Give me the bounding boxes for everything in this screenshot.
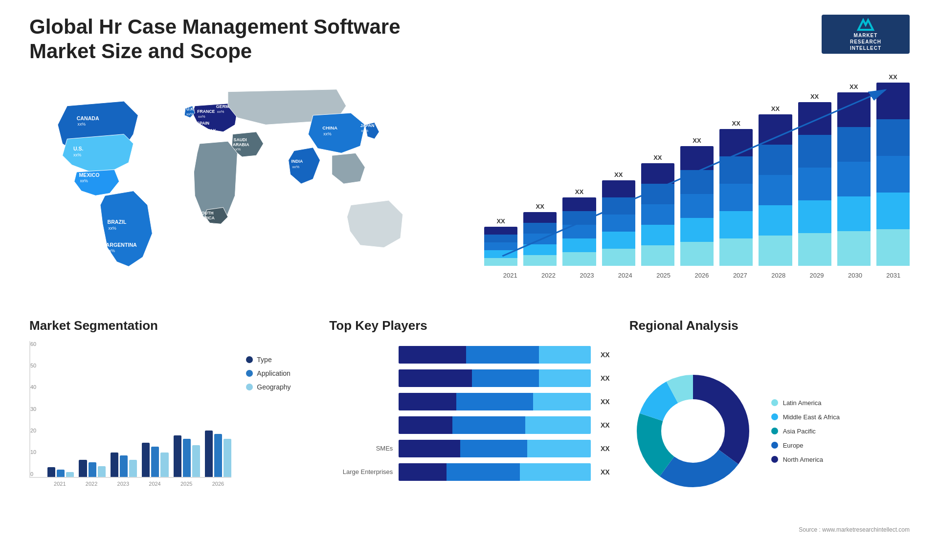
bar-seg2-2023 bbox=[562, 211, 596, 225]
svg-text:INDIA: INDIA bbox=[291, 158, 303, 163]
regional-legend-europe: Europe bbox=[771, 442, 840, 449]
player-bar-1 bbox=[399, 346, 591, 364]
player-bar-seg3-4 bbox=[525, 416, 590, 434]
legend-label-type: Type bbox=[257, 356, 271, 364]
seg-bar-group-2023 bbox=[111, 452, 137, 477]
svg-text:CANADA: CANADA bbox=[77, 115, 99, 121]
regional-title: Regional Analysis bbox=[629, 318, 910, 333]
player-bar-seg1-4 bbox=[399, 416, 452, 434]
legend-label-geography: Geography bbox=[257, 383, 291, 391]
bar-seg5-2029 bbox=[798, 233, 831, 266]
logo-icon bbox=[856, 18, 875, 32]
bar-group-2024: XX bbox=[602, 171, 635, 266]
bar-seg4-2021 bbox=[484, 250, 517, 258]
seg-bar-type-2023 bbox=[111, 452, 118, 477]
bar-year-2027: 2027 bbox=[724, 269, 756, 279]
svg-text:JAPAN: JAPAN bbox=[360, 123, 375, 128]
bar-seg4-2030 bbox=[837, 196, 871, 231]
bar-seg1-2026 bbox=[680, 146, 714, 170]
player-bar-seg3-1 bbox=[539, 346, 591, 364]
legend-dot-geography bbox=[246, 384, 253, 390]
page-container: Global Hr Case Management Software Marke… bbox=[0, 0, 939, 560]
world-map-svg: CANADA xx% U.S. xx% MEXICO xx% BRAZIL xx… bbox=[29, 74, 455, 299]
seg-bar-app-2026 bbox=[214, 434, 222, 477]
bar-stack-2021 bbox=[484, 227, 517, 266]
legend-dot-latin bbox=[771, 399, 778, 406]
bar-seg3-2023 bbox=[562, 225, 596, 238]
svg-text:SOUTH: SOUTH bbox=[199, 211, 213, 215]
player-value-1: XX bbox=[601, 351, 610, 359]
page-title: Global Hr Case Management Software Marke… bbox=[29, 15, 470, 64]
svg-text:U.S.: U.S. bbox=[73, 146, 84, 151]
player-bar-seg3-large bbox=[520, 463, 591, 481]
bar-seg3-2026 bbox=[680, 194, 714, 218]
bar-seg4-2024 bbox=[602, 232, 635, 249]
svg-text:ARABIA: ARABIA bbox=[233, 142, 250, 147]
seg-bar-app-2023 bbox=[120, 455, 128, 477]
seg-bar-app-2025 bbox=[183, 439, 191, 477]
bar-seg2-2028 bbox=[759, 145, 792, 175]
svg-marker-0 bbox=[858, 20, 873, 30]
seg-bar-type-2024 bbox=[142, 443, 150, 477]
bar-seg4-2027 bbox=[719, 211, 753, 238]
bar-group-2031: XX bbox=[876, 73, 910, 266]
seg-bar-geo-2023 bbox=[129, 460, 137, 477]
bar-value-2029: XX bbox=[810, 93, 819, 100]
seg-bar-group-2024 bbox=[142, 443, 168, 477]
bar-seg1-2025 bbox=[641, 163, 674, 184]
player-bar-seg1-large bbox=[399, 463, 447, 481]
bar-stack-2026 bbox=[680, 146, 714, 266]
player-bar-4 bbox=[399, 416, 591, 434]
logo-inner: MARKETRESEARCHINTELLECT bbox=[850, 18, 881, 51]
seg-bar-group-2025 bbox=[174, 435, 200, 477]
svg-text:xx%: xx% bbox=[73, 152, 82, 157]
bar-value-2023: XX bbox=[575, 188, 583, 195]
seg-bar-geo-2024 bbox=[160, 452, 168, 477]
legend-dot-application bbox=[246, 370, 253, 377]
player-bar-seg3-smes bbox=[527, 440, 591, 457]
svg-text:xx%: xx% bbox=[217, 109, 224, 114]
legend-dot-mea bbox=[771, 413, 778, 420]
player-value-4: XX bbox=[601, 421, 610, 429]
seg-bar-type-2025 bbox=[174, 435, 181, 477]
svg-text:xx%: xx% bbox=[108, 226, 116, 231]
segmentation-title: Market Segmentation bbox=[29, 318, 310, 333]
player-bar-seg1-2 bbox=[399, 369, 471, 387]
bar-seg2-2025 bbox=[641, 184, 674, 204]
bar-seg1-2021 bbox=[484, 227, 517, 235]
bar-seg5-2023 bbox=[562, 252, 596, 266]
bar-stack-2028 bbox=[759, 114, 792, 266]
player-bar-seg1-3 bbox=[399, 393, 456, 410]
player-label-large: Large Enterprises bbox=[329, 468, 393, 475]
bar-seg3-2030 bbox=[837, 162, 871, 196]
regional-legend-latin: Latin America bbox=[771, 399, 840, 407]
bar-chart-area: XXXXXXXXXXXXXXXXXXXXXX bbox=[484, 80, 910, 266]
legend-label-asia: Asia Pacific bbox=[783, 428, 816, 435]
svg-text:xx%: xx% bbox=[198, 126, 205, 130]
bar-seg1-2029 bbox=[798, 102, 831, 135]
seg-bar-geo-2022 bbox=[98, 466, 106, 477]
bar-value-2030: XX bbox=[850, 83, 858, 90]
bar-seg5-2026 bbox=[680, 242, 714, 266]
bar-seg1-2023 bbox=[562, 197, 596, 211]
seg-bar-type-2021 bbox=[47, 467, 55, 477]
player-bar-seg3-3 bbox=[533, 393, 591, 410]
players-title: Top Key Players bbox=[329, 318, 609, 333]
bar-seg4-2022 bbox=[523, 244, 557, 255]
seg-bar-geo-2021 bbox=[66, 472, 74, 477]
player-row-2: XX bbox=[329, 369, 609, 387]
player-bar-3 bbox=[399, 393, 591, 410]
svg-text:xx%: xx% bbox=[200, 220, 207, 225]
bar-stack-2023 bbox=[562, 197, 596, 266]
bar-group-2028: XX bbox=[759, 105, 792, 266]
legend-label-europe: Europe bbox=[783, 442, 804, 449]
bar-year-2026: 2026 bbox=[686, 269, 718, 279]
bar-seg3-2024 bbox=[602, 215, 635, 232]
svg-text:xx%: xx% bbox=[107, 248, 115, 253]
svg-text:FRANCE: FRANCE bbox=[197, 109, 215, 114]
svg-text:xx%: xx% bbox=[80, 178, 88, 183]
regional-content: Latin America Middle East & Africa Asia … bbox=[629, 341, 910, 521]
svg-text:xx%: xx% bbox=[186, 112, 194, 116]
bar-stack-2022 bbox=[523, 212, 557, 266]
seg-bar-group-2026 bbox=[205, 431, 231, 477]
